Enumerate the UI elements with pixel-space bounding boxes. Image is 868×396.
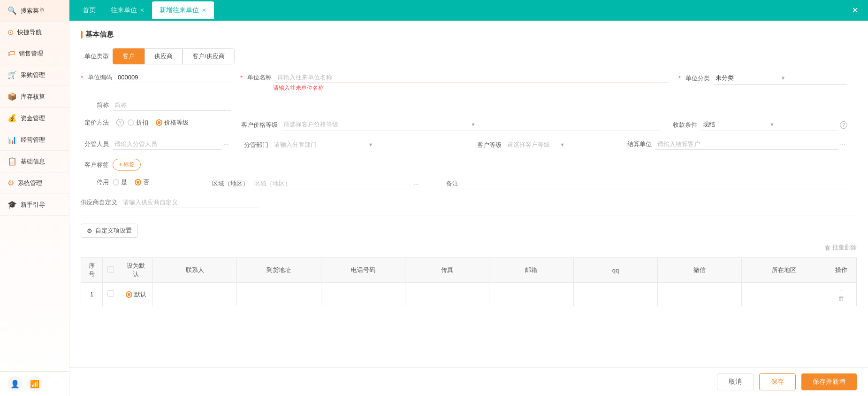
sidebar-item-purchase[interactable]: 🛒 采购管理: [0, 64, 69, 86]
payment-help-icon[interactable]: ?: [840, 121, 847, 129]
tab-new-partner-close[interactable]: ✕: [202, 7, 206, 14]
sidebar-item-quicknav[interactable]: ⊙ 快捷导航: [0, 22, 69, 43]
disabled-radio-yes[interactable]: 是: [113, 178, 127, 186]
customer-level-label: 客户等级: [473, 141, 502, 149]
customer-level-select[interactable]: 请选择客户等级 ▼: [505, 139, 614, 151]
sidebar-item-inventory[interactable]: 📦 库存核算: [0, 86, 69, 108]
save-and-new-button[interactable]: 保存并新增: [801, 373, 857, 390]
section-title: 基本信息: [81, 30, 857, 39]
unit-type-label: 单位类型: [81, 52, 109, 61]
col-fax: 传真: [405, 258, 489, 283]
sidebar-item-system[interactable]: ⚙ 系统管理: [0, 172, 69, 194]
tab-home[interactable]: 首页: [75, 1, 103, 19]
tab-partners-label: 往来单位: [111, 6, 137, 15]
row-address[interactable]: [237, 283, 321, 306]
remark-input[interactable]: [462, 178, 847, 189]
settlement-more-dots[interactable]: ···: [838, 140, 847, 149]
row-email-input[interactable]: [494, 291, 568, 298]
unit-category-field: * 单位分类 未分类 ▼: [678, 72, 857, 85]
sidebar-item-sales[interactable]: 🏷 销售管理: [0, 43, 69, 64]
col-phone: 电话号码: [321, 258, 405, 283]
row-qq-input[interactable]: [579, 291, 653, 298]
sidebar-item-search[interactable]: 🔍 搜索菜单: [0, 0, 69, 22]
unit-category-select[interactable]: 未分类 ▼: [714, 72, 847, 85]
row-address-input[interactable]: [242, 291, 316, 298]
batch-delete-row: 🗑 批量删除: [81, 243, 857, 252]
department-placeholder: 请输入分管部门: [274, 140, 368, 149]
col-qq: qq: [573, 258, 657, 283]
sidebar-item-finance[interactable]: 💰 资金管理: [0, 108, 69, 129]
tab-new-partner[interactable]: 新增往来单位 ✕: [152, 1, 214, 19]
row-default-label: 默认: [134, 290, 146, 299]
purchase-icon: 🛒: [8, 70, 17, 79]
tab-partners-close[interactable]: ✕: [140, 7, 145, 14]
row-phone[interactable]: [321, 283, 405, 306]
custom-settings-button[interactable]: ⚙ 自定义项设置: [81, 224, 138, 238]
pricing-label-group: 定价方法 ?: [81, 118, 124, 127]
unit-type-btn-customer[interactable]: 客户: [113, 48, 145, 64]
settlement-unit-input[interactable]: [655, 139, 838, 150]
save-button[interactable]: 保存: [759, 373, 796, 390]
cancel-button[interactable]: 取消: [717, 373, 754, 390]
row-default-radio[interactable]: 默认: [124, 290, 148, 299]
pricing-radio-level[interactable]: 价格等级: [156, 118, 189, 127]
sidebar-item-label: 快捷导航: [17, 28, 42, 37]
row-wechat-input[interactable]: [662, 291, 737, 298]
form-row-shortname: 简称: [81, 100, 857, 111]
pricing-help-icon[interactable]: ?: [116, 119, 124, 126]
tab-bar-close-btn[interactable]: ✕: [848, 3, 862, 17]
sidebar-footer-btn-1[interactable]: 👤: [8, 376, 23, 391]
row-phone-input[interactable]: [326, 291, 400, 298]
sidebar-item-guide[interactable]: 🎓 新手引导: [0, 194, 69, 216]
row-email[interactable]: [489, 283, 573, 306]
manager-input[interactable]: [113, 139, 221, 150]
row-wechat[interactable]: [658, 283, 742, 306]
customer-price-label: 客户价格等级: [240, 121, 278, 129]
batch-delete-button[interactable]: 🗑 批量删除: [824, 243, 857, 252]
add-tag-button[interactable]: + 标签: [113, 159, 141, 171]
disabled-radio-no[interactable]: 否: [135, 178, 149, 186]
pricing-radio-group: 折扣 价格等级: [128, 118, 189, 127]
row-qq[interactable]: [573, 283, 657, 306]
search-icon: 🔍: [8, 6, 17, 15]
unit-code-input[interactable]: [116, 72, 231, 83]
sidebar-footer-btn-2[interactable]: 📶: [27, 376, 42, 391]
customer-price-placeholder: 请选择客户价格等级: [283, 120, 471, 129]
sidebar-item-operations[interactable]: 📊 经营管理: [0, 129, 69, 151]
tab-partners[interactable]: 往来单位 ✕: [103, 1, 152, 19]
short-name-input[interactable]: [113, 100, 231, 111]
row-fax-input[interactable]: [410, 291, 484, 298]
unit-name-input[interactable]: [275, 72, 669, 83]
row-region-input[interactable]: [746, 291, 821, 298]
row-delete-btn[interactable]: 🗑: [836, 294, 846, 303]
remark-label: 备注: [430, 179, 458, 188]
region-input[interactable]: [252, 178, 411, 189]
home-icon: ⊙: [8, 28, 14, 37]
pricing-radio-discount[interactable]: 折扣: [128, 118, 148, 127]
department-select[interactable]: 请输入分管部门 ▼: [272, 139, 464, 151]
row-checkbox[interactable]: [107, 290, 114, 297]
unit-code-field: * 单位编码: [81, 72, 240, 83]
sales-icon: 🏷: [8, 49, 15, 58]
row-region[interactable]: [742, 283, 826, 306]
sidebar: 🔍 搜索菜单 ⊙ 快捷导航 🏷 销售管理 🛒 采购管理 📦 库存核算 💰 资金管…: [0, 0, 69, 396]
row-fax[interactable]: [405, 283, 489, 306]
manager-more-dots[interactable]: ···: [221, 140, 231, 149]
row-no: 1: [81, 283, 103, 306]
pricing-radio-discount-label: 折扣: [136, 118, 148, 127]
unit-type-btn-both[interactable]: 客户/供应商: [183, 48, 235, 64]
sidebar-item-label: 销售管理: [19, 49, 43, 58]
row-contact[interactable]: [152, 283, 236, 306]
customer-price-select[interactable]: 请选择客户价格等级 ▼: [282, 118, 660, 131]
region-more-dots[interactable]: ···: [411, 179, 421, 188]
form-row-manager: 分管人员 ··· 分管部门 请输入分管部门 ▼ 客户等级 请选择客户等级 ▼: [81, 139, 857, 151]
supplier-custom-input[interactable]: [121, 197, 259, 208]
form-row-tags: 客户标签 + 标签: [81, 159, 857, 171]
sidebar-item-basic[interactable]: 📋 基础信息: [0, 151, 69, 172]
disabled-radio-group: 是 否: [113, 178, 149, 186]
row-contact-input[interactable]: [158, 291, 232, 298]
payment-terms-select[interactable]: 现结 ▼: [701, 118, 838, 131]
table-header-checkbox[interactable]: [107, 266, 114, 273]
row-checkbox-cell: [103, 283, 119, 306]
unit-type-btn-supplier[interactable]: 供应商: [145, 48, 183, 64]
